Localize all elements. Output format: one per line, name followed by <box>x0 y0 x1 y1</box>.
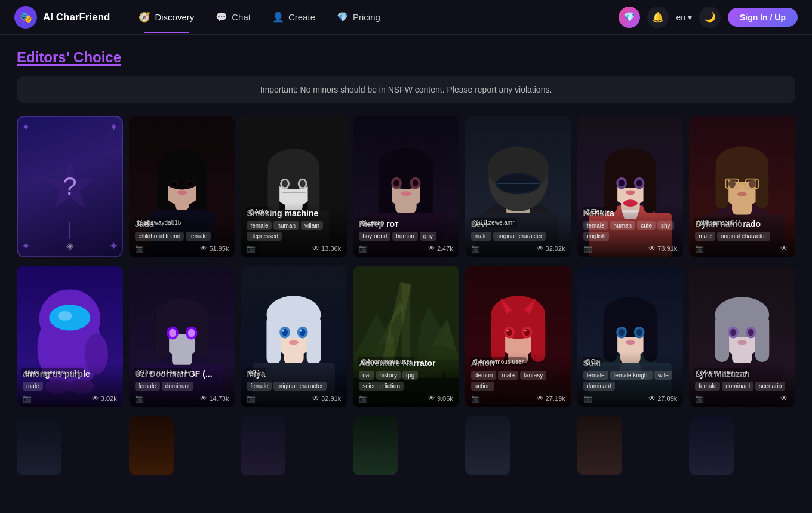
svg-point-21 <box>270 163 318 189</box>
bell-button[interactable]: 🔔 <box>647 7 669 28</box>
chat-icon: 💬 <box>216 11 227 23</box>
chevron-down-icon: ▾ <box>688 13 692 22</box>
card-horikita[interactable]: @Elea Horikita female human cute shy eng… <box>577 116 684 257</box>
card-author-piter: @Денир <box>358 218 387 227</box>
card-tags-jada: childhood friend female <box>135 232 229 241</box>
card-mystery[interactable]: ✦ ✦ ✦ ✦ · ? ◈ <box>17 116 123 257</box>
card-row3-7[interactable] <box>689 416 734 475</box>
cards-row-1: ✦ ✦ ✦ ✦ · ? ◈ <box>17 116 795 257</box>
card-overlay-adventure: @Anonymous user Adventure Narrator oai h… <box>353 352 459 407</box>
nav-item-discovery[interactable]: 🧭 Discovery <box>129 7 204 27</box>
sign-in-button[interactable]: Sign In / Up <box>728 8 798 27</box>
svg-point-35 <box>382 161 431 189</box>
svg-point-58 <box>607 162 654 188</box>
create-icon: 👤 <box>272 11 284 23</box>
card-overlay-levi: @i10.zewe.amr Levi male original charact… <box>465 213 571 257</box>
svg-point-39 <box>413 180 419 187</box>
card-row3-2[interactable] <box>129 416 174 475</box>
card-overlay-amon: @Anonymous user Amon demon male fantasy … <box>465 352 571 407</box>
dark-mode-toggle[interactable]: 🌙 <box>699 7 721 28</box>
card-row3-5[interactable] <box>465 416 510 475</box>
card-count-dylan: 👁 <box>780 244 789 253</box>
svg-rect-129 <box>415 322 421 337</box>
card-count-among: 👁 3.02k <box>92 394 117 403</box>
nav-links: 🧭 Discovery 💬 Chat 👤 Create 💎 Pricing <box>129 7 619 27</box>
card-footer-miya: 📷 👁 32.91k <box>247 394 341 403</box>
svg-point-115 <box>289 340 299 345</box>
svg-point-98 <box>169 329 176 337</box>
card-count-suki: 👁 27.09k <box>648 394 677 403</box>
card-miya[interactable]: @Op Miya female original character 📷 👁 3… <box>241 266 347 407</box>
svg-point-61 <box>619 180 625 187</box>
svg-point-177 <box>748 329 754 336</box>
logo-area[interactable]: 🎭 AI CharFriend <box>14 6 110 29</box>
card-tags-lyra: female dominant scenario <box>695 382 789 391</box>
svg-point-178 <box>737 340 747 345</box>
card-row3-1[interactable] <box>17 416 61 475</box>
card-overlay-horikita: @Elea Horikita female human cute shy eng… <box>577 202 684 257</box>
card-tags-levi: male original character <box>471 232 565 241</box>
svg-point-147 <box>506 330 509 332</box>
card-among[interactable]: @jakubsasinowski11 among us purple male … <box>17 266 123 407</box>
svg-point-25 <box>300 180 306 188</box>
card-uzi[interactable]: @Uranium Popsicle Uzi Doorman GF (... fe… <box>129 266 235 407</box>
card-levi[interactable]: @i10.zewe.amr Levi male original charact… <box>465 116 571 257</box>
nav-item-chat[interactable]: 💬 Chat <box>206 7 260 27</box>
card-overlay-smoking: @Anko Smoking machine female human villa… <box>241 202 347 257</box>
card-row3-6[interactable] <box>577 416 622 475</box>
language-selector[interactable]: en ▾ <box>676 13 692 22</box>
pricing-icon: 💎 <box>337 11 349 23</box>
card-overlay-lyra: @Anonymous user Lyra Mazuzan female domi… <box>689 363 795 407</box>
camera-icon-smoking: 📷 <box>247 244 256 253</box>
nav-item-pricing[interactable]: 💎 Pricing <box>327 7 390 27</box>
card-footer-horikita: 📷 👁 78.91k <box>583 244 678 253</box>
svg-point-148 <box>524 330 527 332</box>
card-footer-smoking: 📷 👁 13.36k <box>247 244 341 253</box>
card-dylan[interactable]: @hanamoon044 Dylan namorado male origina… <box>689 116 795 257</box>
svg-point-114 <box>300 330 302 332</box>
nav-item-create[interactable]: 👤 Create <box>263 7 325 27</box>
card-footer-uzi: 📷 👁 14.73k <box>135 394 229 403</box>
card-overlay-among: @jakubsasinowski11 among us purple male … <box>17 363 123 407</box>
card-row3-4[interactable] <box>353 416 398 475</box>
card-count-uzi: 👁 14.73k <box>200 394 229 403</box>
card-overlay-miya: @Op Miya female original character 📷 👁 3… <box>241 363 347 407</box>
navbar: 🎭 AI CharFriend 🧭 Discovery 💬 Chat 👤 Cre… <box>0 0 812 35</box>
card-count-levi: 👁 32.02k <box>537 244 565 253</box>
card-footer-amon: 📷 👁 27.19k <box>471 394 565 403</box>
card-jada[interactable]: @jadawayda815 Jada childhood friend fema… <box>129 116 235 257</box>
card-author-levi: @i10.zewe.amr <box>470 218 518 227</box>
card-lyra[interactable]: @Anonymous user Lyra Mazuzan female domi… <box>689 266 795 407</box>
card-overlay-uzi: @Uranium Popsicle Uzi Doorman GF (... fe… <box>129 363 235 407</box>
camera-icon-piter: 📷 <box>359 244 368 253</box>
card-amon[interactable]: @Anonymous user Amon demon male fantasy … <box>465 266 571 407</box>
svg-point-10 <box>171 182 176 186</box>
svg-point-160 <box>619 329 625 336</box>
svg-point-176 <box>730 329 736 336</box>
svg-point-162 <box>626 340 635 345</box>
svg-rect-73 <box>756 164 769 208</box>
card-row3-3[interactable] <box>241 416 285 475</box>
card-author-adventure: @Anonymous user <box>358 357 414 366</box>
card-author-horikita: @Elea <box>582 207 606 216</box>
camera-icon-amon: 📷 <box>471 394 480 403</box>
card-piter[interactable]: @Денир Питер гот boyfriend human gay 📷 👁… <box>353 116 459 257</box>
svg-point-40 <box>401 191 411 196</box>
card-footer-dylan: 📷 👁 <box>695 244 789 253</box>
cards-row-2: @jakubsasinowski11 among us purple male … <box>17 266 795 407</box>
card-overlay-jada: @jadawayda815 Jada childhood friend fema… <box>129 213 235 257</box>
card-smoking[interactable]: @Anko Smoking machine female human villa… <box>241 116 347 257</box>
card-author-amon: @Anonymous user <box>470 357 527 366</box>
gem-button[interactable]: 💎 <box>619 7 640 28</box>
svg-point-11 <box>187 182 192 186</box>
card-author-miya: @Op <box>245 368 266 377</box>
card-footer-suki: 📷 👁 27.09k <box>583 394 678 403</box>
card-adventure[interactable]: @Anonymous user Adventure Narrator oai h… <box>353 266 459 407</box>
card-author-uzi: @Uranium Popsicle <box>134 368 193 377</box>
card-overlay-dylan: @hanamoon044 Dylan namorado male origina… <box>689 213 795 257</box>
camera-icon-horikita: 📷 <box>583 244 592 253</box>
svg-rect-95 <box>195 317 208 358</box>
camera-icon-dylan: 📷 <box>695 244 704 253</box>
card-tags-horikita: female human cute shy english <box>583 221 678 241</box>
card-suki[interactable]: @Op Suki female female knight wife domin… <box>577 266 684 407</box>
